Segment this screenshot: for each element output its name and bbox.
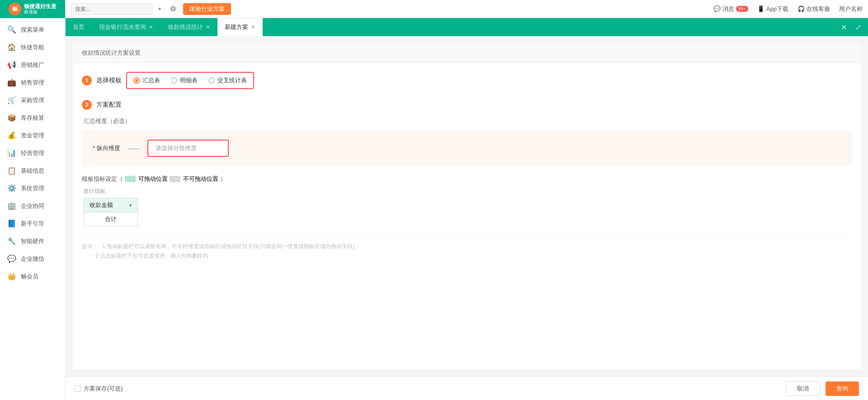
radio-circle-1 (171, 77, 177, 84)
sidebar-label-10: 企业协同 (21, 202, 44, 210)
top-bar-left: ▾ ⚙ 体验行业方案 (71, 3, 713, 15)
metrics-table-area: 统计指标 收款金额 ▾ 合计 (84, 188, 852, 228)
tab-label-2: 收款情况统计 (168, 23, 203, 31)
sidebar-item-7[interactable]: 📊经营管理 (0, 144, 65, 162)
radio-circle-2 (208, 77, 215, 84)
top-bar-right: 💬 消息 99+ 📱 App下载 🎧 在线客服 用户名称 (713, 5, 863, 13)
metrics-setting-label: 模板指标设定（ (82, 175, 123, 183)
logo-icon: 畅 (9, 3, 21, 15)
sidebar-item-3[interactable]: 💼销售管理 (0, 74, 65, 91)
tab-close-2[interactable]: ✕ (206, 24, 210, 30)
page-footer: 方案保存(可选) 取消 查询 (66, 376, 868, 400)
sidebar-item-1[interactable]: 🏠快捷导航 (0, 38, 65, 56)
tab-expand-btn[interactable]: ⤢ (852, 21, 864, 33)
sidebar-icon-1: 🏠 (7, 43, 16, 52)
radio-label-0: 汇总表 (142, 76, 160, 85)
tab-label-1: 现金银行流水查询 (99, 23, 146, 31)
tab-3[interactable]: 新建方案✕ (217, 18, 263, 36)
step1-header: 1 选择模板 汇总表 明细表 交叉统计表 (82, 72, 852, 89)
tab-2[interactable]: 收款情况统计✕ (160, 18, 217, 36)
sidebar-label-0: 搜索菜单 (21, 26, 44, 34)
step2-title: 方案配置 (96, 101, 122, 109)
metrics-legend-row: 模板指标设定（ 可拖动位置 不可拖动位置 ） (82, 175, 852, 183)
tab-1[interactable]: 现金银行流水查询✕ (92, 18, 160, 36)
tab-bar: 首页现金银行流水查询✕收款情况统计✕新建方案✕ ✕ ⤢ (66, 18, 868, 36)
sidebar-item-8[interactable]: 📋基础信息 (0, 162, 65, 179)
sidebar-label-11: 新手引导 (21, 220, 44, 228)
sidebar-icon-3: 💼 (7, 78, 16, 87)
tab-close-3[interactable]: ✕ (251, 24, 255, 30)
industry-btn[interactable]: 体验行业方案 (183, 3, 231, 15)
main-content: 收款情况统计方案设置 1 选择模板 汇总表 明细表 交叉统计表 2 (66, 36, 868, 400)
sidebar-item-11[interactable]: 📘新手引导 (0, 215, 65, 232)
hint2: 2.点击标题栏下拉可设置排序、插入列和删除列 (82, 252, 852, 260)
sidebar-logo: 畅 畅捷通好生意 标准版 (0, 0, 65, 18)
radio-label-1: 明细表 (180, 76, 198, 85)
footer-buttons: 取消 查询 (786, 381, 859, 396)
dimension-row-label: * 纵向维度 (93, 144, 120, 152)
sidebar-icon-2: 📢 (7, 61, 16, 69)
sidebar-label-13: 企业微信 (21, 255, 44, 263)
sidebar-icon-14: 👑 (7, 272, 16, 281)
sidebar-icon-0: 🔍 (7, 25, 16, 34)
tab-0[interactable]: 首页 (66, 18, 92, 36)
template-radio-group: 汇总表 明细表 交叉统计表 (126, 72, 254, 89)
sidebar-icon-8: 📋 (7, 166, 16, 175)
search-input[interactable] (71, 3, 152, 15)
radio-option-0[interactable]: 汇总表 (133, 76, 160, 85)
radio-option-2[interactable]: 交叉统计表 (208, 76, 247, 85)
tab-close-1[interactable]: ✕ (149, 24, 153, 30)
sidebar-item-13[interactable]: 💬企业微信 (0, 250, 65, 268)
tab-bar-actions: ✕ ⤢ (837, 21, 868, 33)
save-checkbox[interactable] (75, 386, 81, 392)
sidebar-item-10[interactable]: 🏢企业协同 (0, 197, 65, 215)
legend-draggable: 可拖动位置 (125, 175, 168, 183)
sidebar-item-6[interactable]: 💰资金管理 (0, 127, 65, 144)
sidebar-item-0[interactable]: 🔍搜索菜单 (0, 21, 65, 38)
dimension-select[interactable]: 请选择分组维度 (147, 140, 229, 157)
top-bar: ▾ ⚙ 体验行业方案 💬 消息 99+ 📱 App下载 🎧 在线客服 用户名称 (66, 0, 868, 18)
save-option[interactable]: 方案保存(可选) (75, 385, 123, 393)
tab-close-all-btn[interactable]: ✕ (837, 21, 850, 33)
sidebar-label-14: 畅会员 (21, 273, 38, 281)
user-name[interactable]: 用户名称 (839, 5, 863, 13)
settings-icon[interactable]: ⚙ (167, 3, 179, 15)
form-content: 1 选择模板 汇总表 明细表 交叉统计表 2 方案配置 汇总维度（必选） (73, 63, 861, 280)
legend-fixed: 不可拖动位置 (170, 175, 218, 183)
download-btn[interactable]: 📱 App下载 (757, 5, 788, 13)
logo-text: 畅捷通好生意 标准版 (24, 3, 57, 15)
sidebar-label-3: 销售管理 (21, 79, 44, 87)
download-icon: 📱 (757, 5, 764, 12)
metrics-header[interactable]: 收款金额 ▾ (84, 198, 137, 212)
cancel-button[interactable]: 取消 (786, 381, 820, 396)
sidebar: 畅 畅捷通好生意 标准版 🔍搜索菜单🏠快捷导航📢营销推广💼销售管理🛒采购管理📦库… (0, 0, 66, 400)
sidebar-label-4: 采购管理 (21, 96, 44, 104)
sidebar-label-6: 资金管理 (21, 132, 44, 140)
sidebar-item-2[interactable]: 📢营销推广 (0, 56, 65, 74)
metrics-dropdown-icon[interactable]: ▾ (129, 202, 132, 208)
sidebar-item-14[interactable]: 👑畅会员 (0, 268, 65, 285)
sidebar-icon-4: 🛒 (7, 96, 16, 104)
sidebar-item-9[interactable]: ⚙️系统管理 (0, 179, 65, 197)
dimension-section-title: 汇总维度（必选） (82, 117, 852, 125)
message-btn[interactable]: 💬 消息 99+ (713, 5, 748, 13)
service-btn[interactable]: 🎧 在线客服 (797, 5, 830, 13)
metrics-total-row: 合计 (84, 212, 137, 226)
sidebar-item-5[interactable]: 📦库存核算 (0, 109, 65, 127)
message-badge: 99+ (736, 6, 748, 12)
sidebar-item-4[interactable]: 🛒采购管理 (0, 91, 65, 109)
sidebar-icon-9: ⚙️ (7, 184, 16, 193)
sidebar-label-1: 快捷导航 (21, 43, 44, 52)
dimension-arrow: —— (127, 145, 140, 152)
sidebar-label-12: 智能硬件 (21, 237, 44, 245)
sidebar-icon-12: 🔧 (7, 237, 16, 245)
search-dropdown-icon[interactable]: ▾ (156, 5, 163, 13)
radio-option-1[interactable]: 明细表 (171, 76, 198, 85)
legend-draggable-box (125, 176, 136, 182)
stats-label: 统计指标 (84, 188, 852, 195)
step2-header: 2 方案配置 (82, 100, 852, 110)
sidebar-item-12[interactable]: 🔧智能硬件 (0, 232, 65, 250)
radio-circle-0 (133, 77, 140, 84)
sidebar-menu: 🔍搜索菜单🏠快捷导航📢营销推广💼销售管理🛒采购管理📦库存核算💰资金管理📊经营管理… (0, 18, 65, 400)
query-button[interactable]: 查询 (826, 381, 859, 396)
